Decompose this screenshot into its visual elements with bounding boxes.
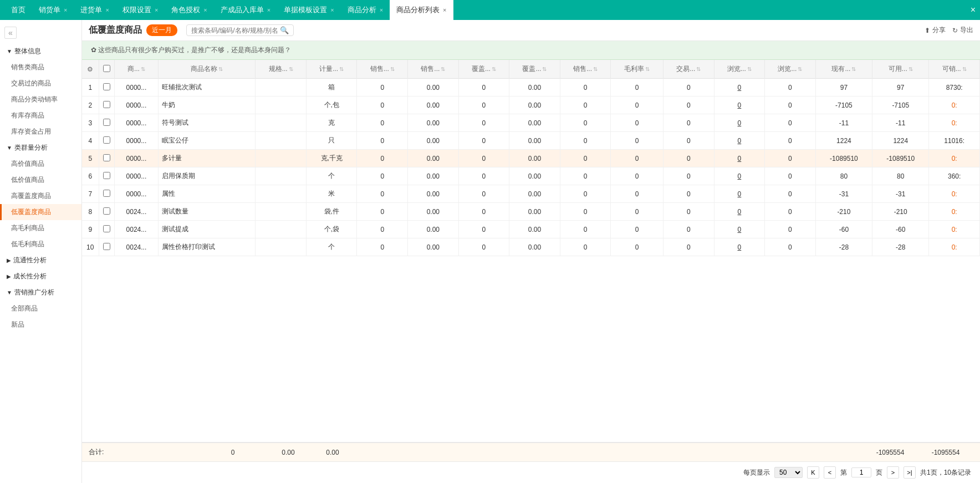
sidebar-item-category-rate[interactable]: 商品分类动销率 [0, 91, 81, 108]
last-page-button[interactable]: >| [904, 466, 916, 479]
row-browse1[interactable]: 0 [714, 203, 765, 221]
sidebar-section-cluster[interactable]: ▼ 类群量分析 [0, 140, 81, 156]
nav-permission-settings[interactable]: 权限设置 × [116, 0, 165, 20]
row-browse1[interactable]: 0 [714, 238, 765, 256]
th-name[interactable]: 商品名称⇅ [159, 60, 256, 79]
th-grossrate[interactable]: 毛利率⇅ [611, 60, 663, 79]
row-select-checkbox[interactable] [103, 172, 110, 179]
row-checkbox[interactable] [99, 114, 114, 132]
row-select-checkbox[interactable] [103, 207, 110, 215]
sidebar-item-high-coverage[interactable]: 高覆盖度商品 [0, 188, 81, 204]
nav-product-inbound[interactable]: 产成品入库单 × [214, 0, 277, 20]
row-select-checkbox[interactable] [103, 119, 110, 126]
th-sales1[interactable]: 销售...⇅ [357, 60, 408, 79]
row-checkbox[interactable] [99, 185, 114, 203]
th-checkbox[interactable] [99, 60, 114, 79]
th-spec[interactable]: 规格...⇅ [256, 60, 307, 79]
row-select-checkbox[interactable] [103, 243, 110, 250]
search-input[interactable] [191, 27, 280, 34]
share-button[interactable]: ⬆ 分享 [925, 26, 946, 35]
nav-role-auth-close[interactable]: × [203, 7, 207, 13]
row-checkbox[interactable] [99, 203, 114, 221]
sidebar-item-traded-products[interactable]: 交易过的商品 [0, 75, 81, 91]
nav-role-auth[interactable]: 角色授权 × [165, 0, 213, 20]
row-no: 10 [82, 238, 99, 256]
nav-sales-order[interactable]: 销货单 × [32, 0, 74, 20]
th-sellable[interactable]: 可销...⇅ [929, 60, 980, 79]
th-settings[interactable]: ⚙ [82, 60, 99, 79]
th-code[interactable]: 商...⇅ [114, 60, 159, 79]
sidebar-item-low-value[interactable]: 低价值商品 [0, 172, 81, 188]
nav-product-analysis-list-close[interactable]: × [443, 7, 446, 13]
row-browse1[interactable]: 0 [714, 185, 765, 203]
nav-template-settings[interactable]: 单据模板设置 × [277, 0, 340, 20]
sidebar-item-low-profit[interactable]: 低毛利商品 [0, 236, 81, 252]
nav-product-analysis-list[interactable]: 商品分析列表 × [390, 0, 453, 20]
th-browse1[interactable]: 浏览...⇅ [714, 60, 765, 79]
info-banner: ✿ 这些商品只有很少客户购买过，是推广不够，还是商品本身问题？ [82, 41, 980, 60]
row-select-checkbox[interactable] [103, 190, 110, 197]
th-unit[interactable]: 计量...⇅ [306, 60, 357, 79]
nav-template-settings-close[interactable]: × [330, 7, 334, 13]
row-select-checkbox[interactable] [103, 154, 110, 161]
prev-page-button[interactable]: < [824, 466, 836, 479]
nav-product-inbound-close[interactable]: × [267, 7, 270, 13]
row-checkbox[interactable] [99, 96, 114, 114]
sidebar-item-all-products[interactable]: 全部商品 [0, 301, 81, 317]
first-page-button[interactable]: K [807, 466, 819, 479]
nav-home[interactable]: 首页 [4, 0, 32, 20]
per-page-select[interactable]: 20 50 100 [774, 467, 803, 478]
nav-product-analysis[interactable]: 商品分析 × [341, 0, 390, 20]
sidebar-collapse-button[interactable]: « [4, 27, 17, 39]
export-button[interactable]: ↻ 导出 [952, 26, 973, 35]
row-browse1[interactable]: 0 [714, 150, 765, 167]
next-page-button[interactable]: > [887, 466, 899, 479]
row-checkbox[interactable] [99, 79, 114, 96]
row-checkbox[interactable] [99, 132, 114, 150]
row-select-checkbox[interactable] [103, 83, 110, 90]
row-checkbox[interactable] [99, 150, 114, 167]
sidebar-section-liquidity[interactable]: ▶ 流通性分析 [0, 252, 81, 268]
sidebar-item-high-value[interactable]: 高价值商品 [0, 156, 81, 172]
sidebar-item-new-products[interactable]: 新品 [0, 317, 81, 333]
page-number-input[interactable] [851, 467, 871, 477]
th-cover1[interactable]: 覆盖...⇅ [458, 60, 509, 79]
row-checkbox[interactable] [99, 221, 114, 238]
time-filter-button[interactable]: 近一月 [146, 24, 177, 36]
th-sales3[interactable]: 销售...⇅ [560, 60, 611, 79]
row-select-checkbox[interactable] [103, 225, 110, 232]
nav-purchase-order[interactable]: 进货单 × [74, 0, 115, 20]
sidebar-item-low-coverage[interactable]: 低覆盖度商品 [0, 204, 81, 220]
th-browse2[interactable]: 浏览...⇅ [765, 60, 816, 79]
th-current[interactable]: 现有...⇅ [815, 60, 872, 79]
nav-purchase-order-close[interactable]: × [105, 7, 109, 13]
row-browse1[interactable]: 0 [714, 96, 765, 114]
sidebar-item-stocked-products[interactable]: 有库存商品 [0, 108, 81, 124]
th-trade[interactable]: 交易...⇅ [663, 60, 714, 79]
sidebar-section-growth[interactable]: ▶ 成长性分析 [0, 268, 81, 284]
row-browse1[interactable]: 0 [714, 79, 765, 96]
export-icon: ↻ [952, 27, 958, 34]
row-checkbox[interactable] [99, 167, 114, 185]
sidebar-section-overall[interactable]: ▼ 整体信息 [0, 43, 81, 59]
nav-sales-order-close[interactable]: × [64, 7, 67, 13]
row-browse1[interactable]: 0 [714, 167, 765, 185]
row-checkbox[interactable] [99, 238, 114, 256]
sidebar-item-high-profit[interactable]: 高毛利商品 [0, 220, 81, 236]
sidebar-section-marketing[interactable]: ▼ 营销推广分析 [0, 284, 81, 301]
row-browse1[interactable]: 0 [714, 221, 765, 238]
close-all-button[interactable]: × [971, 5, 976, 15]
row-browse1[interactable]: 0 [714, 132, 765, 150]
select-all-checkbox[interactable] [103, 65, 110, 72]
search-icon[interactable]: 🔍 [280, 26, 289, 34]
sidebar-item-sales-products[interactable]: 销售类商品 [0, 59, 81, 75]
nav-product-analysis-close[interactable]: × [380, 7, 383, 13]
nav-permission-settings-close[interactable]: × [155, 7, 158, 13]
th-sales2[interactable]: 销售...⇅ [408, 60, 459, 79]
th-available[interactable]: 可用...⇅ [872, 60, 929, 79]
sidebar-item-inventory-fund[interactable]: 库存资金占用 [0, 124, 81, 140]
row-select-checkbox[interactable] [103, 101, 110, 108]
th-cover2[interactable]: 覆盖...⇅ [509, 60, 560, 79]
row-browse1[interactable]: 0 [714, 114, 765, 132]
row-select-checkbox[interactable] [103, 136, 110, 144]
